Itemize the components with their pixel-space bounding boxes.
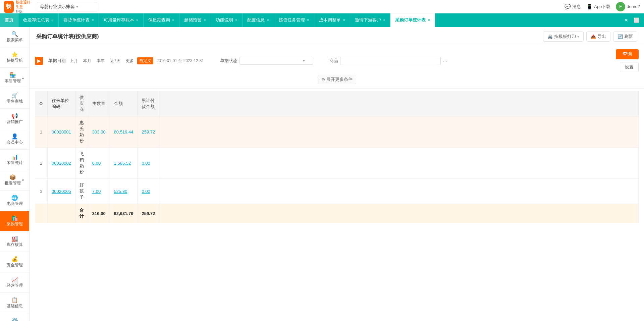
row-paid-link-3[interactable]: 0.00 xyxy=(142,189,150,194)
close-tab-invite-downstream[interactable]: × xyxy=(383,18,385,22)
date-custom-badge[interactable]: 自定义 xyxy=(137,57,153,64)
table-row: 2 00020002 飞鹤奶粉 6.00 1,586.52 0.00 xyxy=(35,148,639,179)
row-paid-link-1[interactable]: 259.72 xyxy=(142,129,155,135)
close-tab-purchase-stats[interactable]: × xyxy=(428,18,430,22)
sidebar-item-purchase[interactable]: 🛍️ 采购管理 xyxy=(0,211,29,231)
sidebar-item-ops[interactable]: 📈 经营管理 xyxy=(0,272,29,293)
col-settings-icon[interactable]: ⚙ xyxy=(39,101,43,106)
sidebar-item-member[interactable]: 👤 会员中心 xyxy=(0,129,29,150)
row-code-1: 00020001 xyxy=(48,116,75,148)
sidebar-item-retail-stats[interactable]: 📊 零售统计 xyxy=(0,150,29,170)
table-footer: 合计 316.00 62,631.76 259.72 xyxy=(35,204,639,223)
row-amount-2: 1,586.52 xyxy=(110,148,138,179)
user-profile[interactable]: E demo2 xyxy=(616,2,640,11)
col-supplier: 供应商 xyxy=(75,91,88,116)
close-tab-func-desc[interactable]: × xyxy=(235,18,237,22)
date-shortcut-more[interactable]: 更多 xyxy=(124,57,136,64)
sidebar-item-retail[interactable]: 🏪 零售管理 ▲ xyxy=(0,68,29,88)
date-shortcut-7days[interactable]: 近7天 xyxy=(108,57,122,64)
tab-invite-downstream[interactable]: 邀请下游客户 × xyxy=(350,13,390,27)
row-amount-link-2[interactable]: 1,586.52 xyxy=(114,161,131,166)
row-code-3: 00020005 xyxy=(48,179,75,204)
close-all-tabs-btn[interactable]: ✕ xyxy=(622,16,630,24)
settings-btn[interactable]: 设置 xyxy=(620,62,639,72)
print-btn[interactable]: 🖨️ 按模板打印 ▾ xyxy=(543,32,584,42)
tab-available-stock[interactable]: 可用量库存账本 × xyxy=(99,13,144,27)
row-supplier-2: 飞鹤奶粉 xyxy=(75,148,88,179)
main-content: 采购订单统计表(按供应商) 🖨️ 按模板打印 ▾ 📤 导出 🔄 刷新 xyxy=(30,27,644,321)
logo-icon: 畅 xyxy=(4,1,14,13)
close-tab-collect-pay[interactable]: × xyxy=(51,18,54,22)
header-actions: 🖨️ 按模板打印 ▾ 📤 导出 🔄 刷新 xyxy=(543,32,637,42)
row-amount-link-1[interactable]: 60,519.44 xyxy=(114,129,133,135)
row-code-link-2[interactable]: 00020002 xyxy=(52,161,71,166)
export-btn[interactable]: 📤 导出 xyxy=(586,32,610,42)
close-tab-overstock-warning[interactable]: × xyxy=(204,18,206,22)
query-btn[interactable]: 查询 xyxy=(616,49,639,59)
tab-cost-adjust[interactable]: 成本调整单 × xyxy=(314,13,350,27)
sidebar-item-system[interactable]: ⚙️ 系统管理 xyxy=(0,313,29,321)
row-qty-link-1[interactable]: 303.00 xyxy=(92,129,106,135)
tab-collect-pay[interactable]: 收发存汇总表 × xyxy=(18,13,59,27)
date-range-display: 2016-01-01 至 2023-12-31 xyxy=(157,58,204,64)
sidebar-item-inventory[interactable]: 🏭 库存核算 xyxy=(0,231,29,252)
date-shortcut-this-month[interactable]: 本月 xyxy=(81,57,93,64)
expand-more-row: ⊕ 展开更多条件 xyxy=(35,75,639,84)
row-qty-2: 6.00 xyxy=(88,148,110,179)
sidebar-item-finance[interactable]: 💰 资金管理 xyxy=(0,252,29,272)
col-settings[interactable]: ⚙ xyxy=(35,91,48,116)
row-amount-link-3[interactable]: 525.80 xyxy=(114,189,127,194)
close-tab-cost-adjust[interactable]: × xyxy=(343,18,345,22)
row-code-2: 00020002 xyxy=(48,148,75,179)
filter-toggle-btn[interactable]: ▶ xyxy=(35,57,43,65)
message-icon: 💬 xyxy=(565,4,571,10)
logo-area: 畅 畅捷通好生意 标版 xyxy=(4,0,34,13)
row-qty-link-2[interactable]: 6.00 xyxy=(92,161,101,166)
close-tab-available-stock[interactable]: × xyxy=(136,18,139,22)
sidebar: 🔍 搜索菜单 ⭐ 快捷导航 🏪 零售管理 ▲ 🛒 零售商城 📢 营销推广 👤 会… xyxy=(0,27,30,321)
sidebar-item-search[interactable]: 🔍 搜索菜单 xyxy=(0,27,29,47)
close-tab-config-info[interactable]: × xyxy=(267,18,269,22)
workspace-selector[interactable]: 母婴行业演示账套 ▾ xyxy=(37,2,97,11)
row-code-link-1[interactable]: 00020001 xyxy=(52,129,71,135)
app-icon: 📱 xyxy=(586,4,593,10)
tab-demand-stats[interactable]: 要货单统计表 × xyxy=(59,13,99,27)
date-shortcut-last-month[interactable]: 上月 xyxy=(68,57,80,64)
date-shortcut-this-year[interactable]: 本年 xyxy=(95,57,107,64)
row-qty-link-3[interactable]: 7.00 xyxy=(92,189,101,194)
date-label: 单据日期 xyxy=(48,58,66,64)
sidebar-item-wholesale[interactable]: 📦 批发管理 ▼ xyxy=(0,170,29,191)
tab-home[interactable]: 首页 xyxy=(0,13,18,27)
print-icon: 🖨️ xyxy=(547,34,553,39)
message-btn[interactable]: 💬 消息 xyxy=(565,4,581,10)
tab-func-desc[interactable]: 功能说明 × xyxy=(211,13,243,27)
close-tab-demand-stats[interactable]: × xyxy=(92,18,94,22)
tab-config-info[interactable]: 配置信息 × xyxy=(243,13,274,27)
tab-pick-task[interactable]: 拣货任务管理 × xyxy=(274,13,314,27)
sidebar-item-ecommerce[interactable]: 🌐 电商管理 xyxy=(0,191,29,211)
app-download-btn[interactable]: 📱 App下载 xyxy=(586,4,610,10)
refresh-btn[interactable]: 🔄 刷新 xyxy=(613,32,637,42)
workspace-label: 母婴行业演示账套 xyxy=(40,4,75,10)
close-tab-pick-task[interactable]: × xyxy=(307,18,309,22)
goods-label: 商品 xyxy=(329,58,338,64)
sidebar-item-shortcut[interactable]: ⭐ 快捷导航 xyxy=(0,47,29,68)
row-paid-2: 0.00 xyxy=(138,148,159,179)
tab-purchase-stats[interactable]: 采购订单统计表 × xyxy=(390,13,435,27)
maximize-btn[interactable]: ⬜ xyxy=(632,16,641,24)
goods-more-btn[interactable]: ··· xyxy=(443,58,447,63)
tab-expiry-query[interactable]: 保质期查询 × xyxy=(144,13,179,27)
sidebar-item-marketing[interactable]: 📢 营销推广 xyxy=(0,109,29,129)
username: demo2 xyxy=(627,4,640,9)
goods-input[interactable] xyxy=(340,57,441,65)
col-paid: 累计付款金额 xyxy=(138,91,159,116)
row-code-link-3[interactable]: 00020005 xyxy=(52,189,71,194)
close-tab-expiry-query[interactable]: × xyxy=(172,18,174,22)
expand-more-btn[interactable]: ⊕ 展开更多条件 xyxy=(318,75,356,84)
row-paid-link-2[interactable]: 0.00 xyxy=(142,161,150,166)
row-amount-1: 60,519.44 xyxy=(110,116,138,148)
sidebar-item-retail-shop[interactable]: 🛒 零售商城 xyxy=(0,88,29,109)
tab-overstock-warning[interactable]: 超储预警 × xyxy=(179,13,211,27)
sidebar-item-basic[interactable]: 📋 基础信息 xyxy=(0,293,29,313)
status-select[interactable]: ▾ xyxy=(239,57,313,65)
